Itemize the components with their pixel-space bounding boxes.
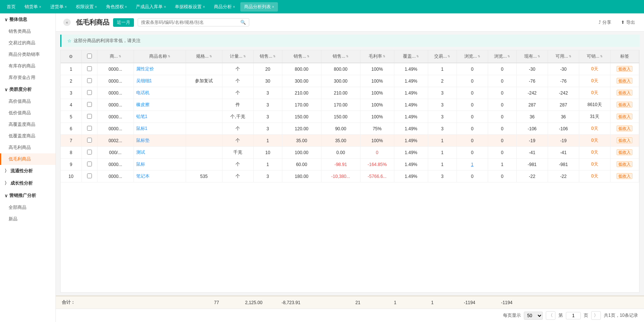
row-browse1[interactable]: 0	[456, 63, 488, 75]
sidebar-section-marketing[interactable]: ∨ 营销推广分析	[0, 189, 55, 202]
close-icon[interactable]: ×	[39, 5, 41, 9]
row-select-checkbox[interactable]	[87, 138, 92, 143]
row-select-checkbox[interactable]	[87, 66, 92, 71]
nav-product-analysis[interactable]: 商品分析 ×	[210, 2, 239, 12]
sidebar-item-high-value[interactable]: 高价值商品	[0, 96, 55, 107]
th-sales-amt[interactable]: 销售...⇅	[282, 50, 321, 63]
sidebar-item-traded-products[interactable]: 交易过的商品	[0, 37, 55, 49]
th-product-name[interactable]: 商品名称⇅	[134, 50, 186, 63]
row-select-checkbox[interactable]	[87, 150, 92, 154]
sidebar-item-new-products[interactable]: 新品	[0, 213, 55, 225]
row-product-name[interactable]: 鼠标	[134, 159, 186, 170]
next-page-button[interactable]: 〉	[591, 311, 601, 320]
sidebar-item-all-products[interactable]: 全部商品	[0, 202, 55, 213]
nav-permission-settings[interactable]: 权限设置 ×	[72, 2, 101, 12]
row-product-name[interactable]: 电话机	[134, 87, 186, 99]
prev-page-button[interactable]: 〈	[546, 311, 555, 320]
row-checkbox[interactable]	[81, 63, 97, 75]
th-browse1[interactable]: 浏览...⇅	[456, 50, 488, 63]
row-checkbox[interactable]	[81, 159, 97, 170]
sidebar-item-high-margin[interactable]: 高毛利商品	[0, 142, 55, 153]
th-gross-rate[interactable]: 毛利率⇅	[360, 50, 394, 63]
row-browse1[interactable]: 0	[456, 111, 488, 123]
close-icon[interactable]: ×	[164, 5, 166, 9]
row-checkbox[interactable]	[81, 170, 97, 182]
row-select-checkbox[interactable]	[87, 114, 92, 119]
export-button[interactable]: ⬆ 导出	[618, 18, 638, 27]
th-settings[interactable]: ⚙	[61, 50, 81, 63]
row-product-name[interactable]: 吴细细1	[134, 75, 186, 87]
sidebar-item-high-coverage[interactable]: 高覆盖度商品	[0, 119, 55, 130]
current-page-input[interactable]	[566, 312, 581, 319]
close-icon[interactable]: ×	[95, 5, 97, 9]
row-product-name[interactable]: 测试	[134, 147, 186, 159]
row-browse1[interactable]: 0	[456, 135, 488, 147]
select-all-checkbox[interactable]	[87, 54, 92, 58]
row-product-name[interactable]: 属性定价	[134, 63, 186, 75]
row-product-name[interactable]: 铅笔1	[134, 111, 186, 123]
nav-product-entry[interactable]: 产成品入库单 ×	[132, 2, 170, 12]
sidebar-section-overall[interactable]: ∨ 整体信息	[0, 13, 55, 26]
close-icon[interactable]: ×	[125, 5, 127, 9]
row-checkbox[interactable]	[81, 75, 97, 87]
sidebar-item-low-value[interactable]: 低价值商品	[0, 107, 55, 119]
row-checkbox[interactable]	[81, 147, 97, 159]
row-browse1[interactable]: 0	[456, 147, 488, 159]
th-code[interactable]: 商...⇅	[97, 50, 134, 63]
row-browse1[interactable]: 0	[456, 99, 488, 111]
th-tag[interactable]: 标签	[610, 50, 639, 63]
close-icon[interactable]: ×	[272, 5, 274, 9]
row-browse1[interactable]: 0	[456, 87, 488, 99]
th-saleable-days[interactable]: 可销...⇅	[579, 50, 610, 63]
sidebar-section-cluster[interactable]: ∨ 类群度分析	[0, 83, 55, 96]
sidebar-item-low-coverage[interactable]: 低覆盖度商品	[0, 130, 55, 142]
nav-sales-order[interactable]: 销货单 ×	[21, 2, 45, 12]
row-select-checkbox[interactable]	[87, 78, 92, 83]
th-sales-profit[interactable]: 销售...⇅	[321, 50, 360, 63]
sidebar-item-low-margin[interactable]: 低毛利商品	[0, 153, 55, 165]
sidebar-section-liquidity[interactable]: 〉 流通性分析	[0, 165, 55, 177]
sidebar-item-stock-capital[interactable]: 库存资金占用	[0, 72, 55, 83]
close-icon[interactable]: ×	[233, 5, 235, 9]
row-select-checkbox[interactable]	[87, 90, 92, 95]
row-browse1[interactable]: 0	[456, 170, 488, 182]
nav-home[interactable]: 首页	[3, 2, 19, 12]
row-product-name[interactable]: 笔记本	[134, 170, 186, 182]
row-select-checkbox[interactable]	[87, 102, 92, 107]
search-input[interactable]	[141, 20, 238, 25]
row-checkbox[interactable]	[81, 111, 97, 123]
sidebar-item-category-sales-rate[interactable]: 商品分类助销率	[0, 49, 55, 60]
th-browse2[interactable]: 浏览...⇅	[488, 50, 516, 63]
row-select-checkbox[interactable]	[87, 173, 92, 178]
th-unit[interactable]: 计量...⇅	[222, 50, 253, 63]
close-icon[interactable]: ×	[203, 5, 205, 9]
row-checkbox[interactable]	[81, 135, 97, 147]
row-select-checkbox[interactable]	[87, 126, 92, 131]
th-cover-rate[interactable]: 覆盖...⇅	[394, 50, 428, 63]
th-current-stock[interactable]: 现有...⇅	[516, 50, 548, 63]
sidebar-item-in-stock[interactable]: 有库存的商品	[0, 60, 55, 72]
collapse-sidebar-button[interactable]: «	[63, 19, 71, 26]
th-spec[interactable]: 规格...⇅	[186, 50, 222, 63]
row-checkbox[interactable]	[81, 123, 97, 135]
row-browse1[interactable]: 1	[456, 159, 488, 170]
th-available-stock[interactable]: 可用...⇅	[548, 50, 579, 63]
close-icon[interactable]: ×	[65, 5, 67, 9]
nav-role-auth[interactable]: 角色授权 ×	[102, 2, 131, 12]
row-checkbox[interactable]	[81, 99, 97, 111]
th-trade[interactable]: 交易...⇅	[428, 50, 456, 63]
row-product-name[interactable]: 橡皮擦	[134, 99, 186, 111]
per-page-select[interactable]: 50 20 100	[524, 312, 543, 320]
nav-template-settings[interactable]: 单据模板设置 ×	[171, 2, 209, 12]
th-sales-qty[interactable]: 销售...⇅	[253, 50, 282, 63]
row-browse1[interactable]: 0	[456, 123, 488, 135]
row-product-name[interactable]: 鼠标1	[134, 123, 186, 135]
sidebar-section-growth[interactable]: 〉 成长性分析	[0, 177, 55, 189]
row-checkbox[interactable]	[81, 87, 97, 99]
row-browse1[interactable]: 0	[456, 75, 488, 87]
search-icon[interactable]: 🔍	[240, 20, 246, 25]
th-checkbox[interactable]	[81, 50, 97, 63]
period-button[interactable]: 近一月	[113, 18, 134, 27]
sidebar-item-sales-products[interactable]: 销售类商品	[0, 26, 55, 37]
row-product-name[interactable]: 鼠标垫	[134, 135, 186, 147]
